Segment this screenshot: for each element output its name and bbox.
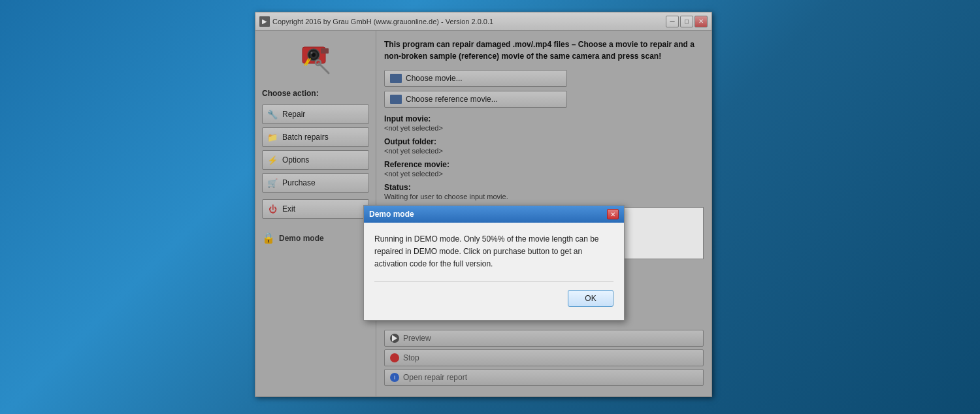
dialog-buttons: OK	[374, 290, 613, 310]
dialog-title: Demo mode	[369, 210, 414, 219]
dialog-separator	[374, 281, 613, 282]
dialog-close-button[interactable]: ✕	[607, 209, 619, 219]
dialog-body: Running in DEMO mode. Only 50%% of the m…	[364, 223, 624, 320]
dialog-overlay: Demo mode ✕ Running in DEMO mode. Only 5…	[255, 12, 711, 396]
main-window: ▶ Copyright 2016 by Grau GmbH (www.grauo…	[255, 12, 712, 397]
dialog-message: Running in DEMO mode. Only 50%% of the m…	[374, 233, 613, 271]
dialog-ok-button[interactable]: OK	[568, 290, 613, 307]
demo-mode-dialog: Demo mode ✕ Running in DEMO mode. Only 5…	[363, 205, 625, 321]
dialog-title-bar: Demo mode ✕	[364, 206, 624, 223]
